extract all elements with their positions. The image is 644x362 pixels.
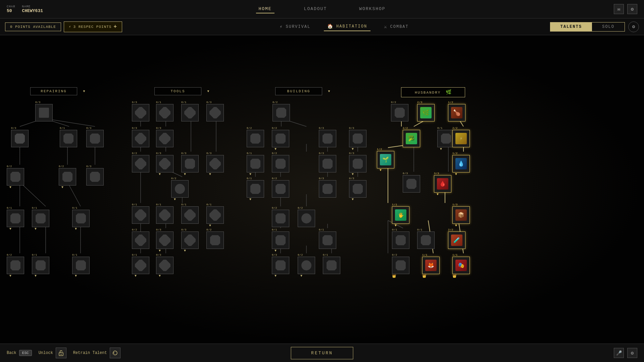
back-action[interactable]: Back ESC — [7, 350, 32, 356]
node-b7[interactable]: 0/2 — [272, 152, 289, 172]
node-b20[interactable]: 0/1 — [323, 253, 340, 274]
tab-solo[interactable]: SOLO — [592, 22, 625, 31]
node-t9[interactable]: 0/3 ▼ — [181, 152, 199, 176]
node-r10[interactable]: 0/1 ▼ — [72, 206, 90, 231]
node-b3[interactable]: 0/2 ▼ — [272, 126, 289, 151]
node-t13[interactable]: 0/1 — [156, 203, 174, 224]
node-t16[interactable]: 0/2 — [132, 228, 149, 249]
node-h6[interactable]: 2/2 ⚡ — [452, 126, 470, 147]
node-h12[interactable]: 1/3 📦 ▼ — [452, 203, 470, 227]
node-b11[interactable]: 0/2 — [272, 177, 289, 198]
node-b2[interactable]: 0/2 — [247, 126, 264, 147]
node-h2[interactable]: 2/3 🌿 — [417, 101, 435, 121]
survival-icon: ⚡ — [280, 24, 283, 30]
node-b9[interactable]: 0/3 ▼ — [349, 152, 366, 176]
node-t3[interactable]: 0/1 — [181, 101, 199, 121]
node-t19[interactable]: 0/2 — [206, 228, 224, 249]
node-r3[interactable]: 0/1 — [60, 126, 77, 147]
node-t15[interactable]: 0/1 ▼ — [206, 203, 224, 227]
nav-loadout[interactable]: LOADOUT — [301, 5, 330, 13]
retrain-icon[interactable] — [110, 348, 120, 358]
node-h7[interactable]: 1/2 🌱 ▼ — [377, 148, 394, 172]
node-r5[interactable]: 0/2 ▼ — [7, 165, 24, 189]
unlock-action[interactable]: Unlock — [39, 348, 66, 358]
node-t8[interactable]: 0/3 ▼ — [156, 152, 174, 176]
node-t2[interactable]: 0/1 — [156, 101, 174, 121]
node-r8[interactable]: 0/1 ▼ — [7, 206, 24, 231]
node-r13[interactable]: 0/1 ▼ — [72, 253, 90, 278]
tab-combat[interactable]: ⚔ COMBAT — [381, 22, 412, 31]
retrain-action[interactable]: Retrain Talent — [73, 348, 120, 358]
settings-button[interactable]: ⚙ — [627, 4, 637, 14]
node-t6[interactable]: 0/3 — [156, 126, 174, 147]
esc-key[interactable]: ESC — [19, 350, 32, 356]
node-h18[interactable]: 1/1 🎭 👑 — [452, 253, 470, 278]
node-t7[interactable]: 0/2 — [132, 152, 149, 172]
nav-home[interactable]: HOME — [256, 5, 274, 13]
node-b14[interactable]: 0/2 — [272, 206, 289, 227]
tab-talents[interactable]: TALENTS — [550, 22, 592, 31]
node-r9[interactable]: 0/1 ▼ — [32, 206, 49, 231]
mail-button[interactable]: ✉ — [614, 4, 624, 14]
node-b17[interactable]: 0/1 — [319, 228, 336, 249]
tree-settings-button[interactable]: ⚙ — [628, 21, 639, 32]
survival-label: SURVIVAL — [286, 24, 311, 29]
node-r6[interactable]: 0/2 ▼ — [59, 165, 76, 189]
return-button[interactable]: RETURN — [291, 347, 353, 359]
node-r1[interactable]: 0/3 — [35, 101, 53, 121]
node-h4[interactable]: 2/2 🥦 — [403, 126, 420, 147]
node-b15[interactable]: 0/2 — [298, 206, 315, 227]
node-t10[interactable]: 0/3 ▼ — [206, 152, 224, 176]
node-h16[interactable]: 0/2 👑 — [392, 253, 409, 278]
node-b8[interactable]: 0/3 — [319, 152, 336, 172]
node-h1[interactable]: 0/2 — [391, 101, 408, 121]
node-h14[interactable]: 0/1 — [417, 228, 435, 249]
node-t4[interactable]: 0/3 — [206, 101, 224, 121]
unlock-icon[interactable] — [56, 348, 66, 358]
bottom-settings-button[interactable]: ⚙ — [627, 348, 637, 358]
node-t17[interactable]: 0/3 ▼ — [156, 228, 174, 253]
node-t11[interactable]: 0/2 ▼ — [171, 177, 189, 201]
mic-button[interactable]: 🎤 — [614, 348, 624, 358]
back-label: Back — [7, 351, 16, 355]
node-h17[interactable]: 1/1 🦊 👑 — [422, 253, 440, 278]
habitation-label: HABITATION — [336, 24, 367, 29]
respec-points-button[interactable]: ⚡ 3 RESPEC POINTS + — [64, 21, 122, 32]
node-r2[interactable]: 0/3 — [11, 126, 29, 147]
node-t1[interactable]: 0/3 — [132, 101, 149, 121]
node-t18[interactable]: 0/3 ▼ — [181, 228, 199, 253]
tab-habitation[interactable]: 🏠 HABITATION — [324, 22, 370, 31]
points-available-button[interactable]: 0 POINTS AVAILABLE — [5, 22, 61, 31]
tools-header-wrap: TOOLS ▼ — [154, 87, 209, 97]
node-b13[interactable]: 0/3 ▼ — [349, 177, 366, 201]
node-h3[interactable]: 1/2 🍗 — [448, 101, 465, 121]
node-b18[interactable]: 0/3 ▼ — [272, 253, 289, 278]
node-h13[interactable]: 0/1 — [392, 228, 409, 249]
node-h15[interactable]: 2/2 🧪 — [448, 228, 465, 249]
tab-survival[interactable]: ⚡ SURVIVAL — [276, 22, 314, 31]
node-h10[interactable]: 3/3 🩸 ▼ — [434, 172, 451, 196]
node-b4[interactable]: 0/3 — [319, 126, 336, 147]
node-b6[interactable]: 0/1 ▼ — [247, 152, 264, 176]
node-b10[interactable]: 0/1 ▼ — [247, 177, 264, 201]
node-t20[interactable]: 0/1 ▼ — [132, 253, 149, 278]
node-r7[interactable]: 0/3 — [86, 165, 104, 186]
node-b12[interactable]: 0/3 — [319, 177, 336, 198]
nav-workshop[interactable]: WORKSHOP — [356, 5, 388, 13]
node-h8[interactable]: 1/2 💧 ▼ — [452, 152, 470, 176]
node-t5[interactable]: 0/3 — [132, 126, 149, 147]
node-r12[interactable]: 0/1 ▼ — [32, 253, 49, 278]
node-t12[interactable]: 0/1 — [132, 203, 149, 224]
char-label: CHAR — [7, 5, 15, 8]
node-b5[interactable]: 0/3 ▼ — [349, 126, 366, 151]
node-b1[interactable]: 0/2 — [273, 101, 290, 121]
node-h9[interactable]: 0/3 — [403, 172, 420, 193]
node-b19[interactable]: 0/2 ▼ — [298, 253, 315, 278]
node-r11[interactable]: 0/2 ▼ — [7, 253, 24, 278]
respec-plus[interactable]: + — [113, 24, 117, 30]
node-t21[interactable]: 0/3 ▼ — [156, 253, 174, 278]
node-h11[interactable]: 1/1 🖐 ▼ — [392, 203, 409, 227]
node-t14[interactable]: 0/1 — [181, 203, 199, 224]
node-r4[interactable]: 0/3 — [86, 126, 104, 147]
node-b16[interactable]: 0/1 ▼ — [272, 228, 289, 253]
